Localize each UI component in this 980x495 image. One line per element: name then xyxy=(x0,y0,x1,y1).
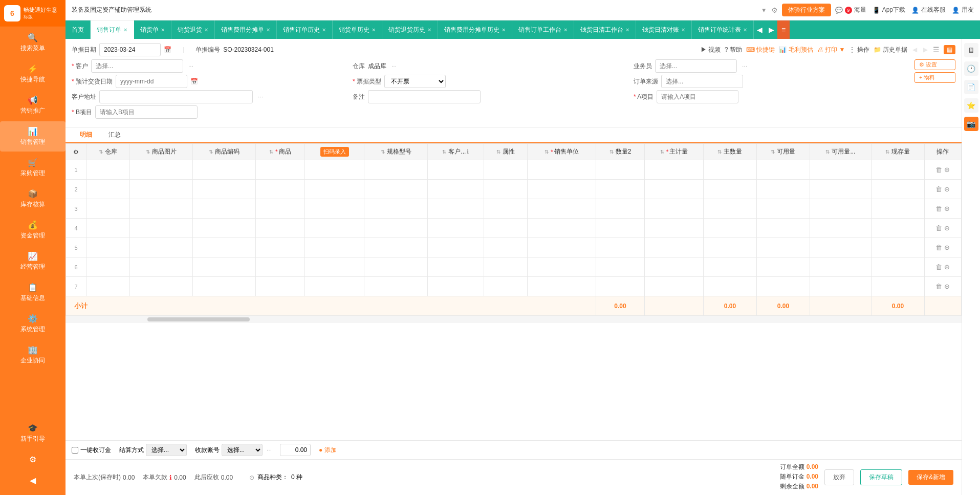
cell-scan-2[interactable] xyxy=(304,180,364,199)
tab-expense-history[interactable]: 销售费用分摊单历史 ✕ xyxy=(438,20,512,39)
cell-customer-code-2[interactable] xyxy=(427,180,484,199)
print-btn[interactable]: 🖨 打印 ▼ xyxy=(817,46,845,54)
tab-close-expense-history[interactable]: ✕ xyxy=(502,27,506,33)
one-key-checkout-checkbox[interactable] xyxy=(72,447,78,454)
tab-order-workbench[interactable]: 销售订单工作台 ✕ xyxy=(512,20,574,39)
sidebar-item-guide[interactable]: 🎓 新手引导 xyxy=(0,418,66,448)
cell-customer-code-3[interactable] xyxy=(427,199,484,219)
cell-spec-2[interactable] xyxy=(364,180,427,199)
sidebar-item-marketing[interactable]: 📢 营销推广 xyxy=(0,90,66,120)
copy-row-1[interactable]: ⊕ xyxy=(944,166,950,174)
cell-available-detail-2[interactable] xyxy=(810,180,871,199)
copy-row-3[interactable]: ⊕ xyxy=(944,205,950,212)
cell-main-unit-1[interactable] xyxy=(645,160,704,180)
settings-btn[interactable]: ⚙ 设置 xyxy=(914,59,955,70)
tab-close-sales-goods[interactable]: ✕ xyxy=(161,27,165,33)
sidebar-item-sales[interactable]: 📊 销售管理 xyxy=(0,121,66,152)
tab-close-daily-workbench[interactable]: ✕ xyxy=(625,27,629,33)
cell-spec-3[interactable] xyxy=(364,199,427,219)
cell-stock-3[interactable] xyxy=(871,199,924,219)
tab-close-return[interactable]: ✕ xyxy=(204,27,208,33)
bank-account-select[interactable]: 选择... xyxy=(222,444,263,456)
cell-main-qty-3[interactable] xyxy=(703,199,756,219)
calendar-icon[interactable]: 📅 xyxy=(164,46,171,53)
tab-return[interactable]: 销货退货 ✕ xyxy=(171,20,215,39)
operation-btn[interactable]: ⋮ 操作 xyxy=(849,46,869,54)
tab-summary[interactable]: 汇总 xyxy=(100,127,129,142)
date-input[interactable] xyxy=(99,43,161,56)
delivery-input[interactable] xyxy=(116,75,187,88)
b-project-input[interactable] xyxy=(95,105,198,119)
tab-close-order-workbench[interactable]: ✕ xyxy=(563,27,568,33)
sidebar-item-basic-info[interactable]: 📋 基础信息 xyxy=(0,277,66,308)
delete-row-5[interactable]: 🗑 xyxy=(935,244,942,251)
salesperson-dots[interactable]: ··· xyxy=(742,62,747,70)
tab-goods-history[interactable]: 销货单历史 ✕ xyxy=(333,20,382,39)
rp-star[interactable]: ⭐ xyxy=(964,98,978,113)
cell-scan-3[interactable] xyxy=(304,199,364,219)
scan-btn[interactable]: 扫码录入 xyxy=(320,147,349,157)
cell-main-qty-2[interactable] xyxy=(703,180,756,199)
delete-row-4[interactable]: 🗑 xyxy=(935,224,942,232)
sidebar-item-finance[interactable]: 💰 资金管理 xyxy=(0,215,66,245)
tab-statistics[interactable]: 销售订单统计表 ✕ xyxy=(692,20,754,39)
cell-attr-3[interactable] xyxy=(484,199,528,219)
cell-scan-1[interactable] xyxy=(304,160,364,180)
cell-main-unit-2[interactable] xyxy=(645,180,704,199)
invoice-select[interactable]: 不开票 增值税发票 xyxy=(384,75,446,88)
payment-method-select[interactable]: 选择... xyxy=(146,444,187,456)
copy-row-4[interactable]: ⊕ xyxy=(944,224,950,232)
nav-prev[interactable]: ◀ xyxy=(912,46,917,53)
cell-sales-unit-2[interactable] xyxy=(527,180,596,199)
cell-sales-unit-3[interactable] xyxy=(527,199,596,219)
app-download-item[interactable]: 📱 App下载 xyxy=(873,6,905,14)
cell-image-3[interactable] xyxy=(129,199,192,219)
view-btn[interactable]: ▶ 视频 xyxy=(701,46,721,54)
dropdown-icon[interactable]: ▼ xyxy=(761,7,767,14)
tab-detail[interactable]: 明细 xyxy=(72,127,100,143)
cell-warehouse-1[interactable] xyxy=(86,160,130,180)
online-service-item[interactable]: 👤 在线客服 xyxy=(911,6,946,14)
cell-available-3[interactable] xyxy=(756,199,810,219)
shortcut-btn[interactable]: ⌨ 快捷键 xyxy=(746,46,775,54)
a-project-input[interactable] xyxy=(657,90,738,103)
delete-row-7[interactable]: 🗑 xyxy=(935,283,942,290)
cell-stock-1[interactable] xyxy=(871,160,924,180)
address-dots[interactable]: ··· xyxy=(258,93,263,100)
cell-available-1[interactable] xyxy=(756,160,810,180)
history-btn[interactable]: 📁 历史单据 xyxy=(874,46,907,54)
cell-code-3[interactable] xyxy=(192,199,255,219)
cell-spec-1[interactable] xyxy=(364,160,427,180)
cell-sales-unit-1[interactable] xyxy=(527,160,596,180)
sidebar-item-search[interactable]: 🔍 搜索菜单 xyxy=(0,28,66,58)
cell-code-1[interactable] xyxy=(192,160,255,180)
sidebar-item-purchase[interactable]: 🛒 采购管理 xyxy=(0,153,66,183)
delivery-calendar-icon[interactable]: 📅 xyxy=(190,78,198,85)
grid-view-icon[interactable]: ▦ xyxy=(944,45,955,54)
tab-expense[interactable]: 销售费用分摊单 ✕ xyxy=(215,20,277,39)
tab-prev-btn[interactable]: ◀ xyxy=(754,20,766,39)
save-draft-btn[interactable]: 保存草稿 xyxy=(860,469,902,485)
copy-row-7[interactable]: ⊕ xyxy=(944,283,950,290)
cell-product-1[interactable] xyxy=(256,160,304,180)
sidebar-item-enterprise[interactable]: 🏢 企业协同 xyxy=(0,340,66,370)
cell-code-2[interactable] xyxy=(192,180,255,199)
cell-available-2[interactable] xyxy=(756,180,810,199)
tab-next-btn[interactable]: ▶ xyxy=(766,20,777,39)
bank-account-dots[interactable]: ··· xyxy=(267,446,272,454)
discard-btn[interactable]: 放弃 xyxy=(824,469,854,485)
delete-row-6[interactable]: 🗑 xyxy=(935,263,942,271)
rp-scan[interactable]: 📷 xyxy=(964,117,978,131)
cell-image-1[interactable] xyxy=(129,160,192,180)
help-btn[interactable]: ? 帮助 xyxy=(725,46,742,54)
sidebar-item-system[interactable]: ⚙️ 系统管理 xyxy=(0,309,66,339)
user-item[interactable]: 👤 用友 xyxy=(952,6,974,14)
rp-paper[interactable]: 📄 xyxy=(964,80,978,94)
rp-monitor[interactable]: 🖥 xyxy=(964,43,978,57)
delete-row-1[interactable]: 🗑 xyxy=(935,166,942,174)
copy-row-6[interactable]: ⊕ xyxy=(944,263,950,271)
tab-home[interactable]: 首页 xyxy=(66,20,91,39)
tab-sales-goods[interactable]: 销货单 ✕ xyxy=(134,20,171,39)
tab-close-order-history[interactable]: ✕ xyxy=(322,27,326,33)
cell-qty2-2[interactable] xyxy=(596,180,645,199)
